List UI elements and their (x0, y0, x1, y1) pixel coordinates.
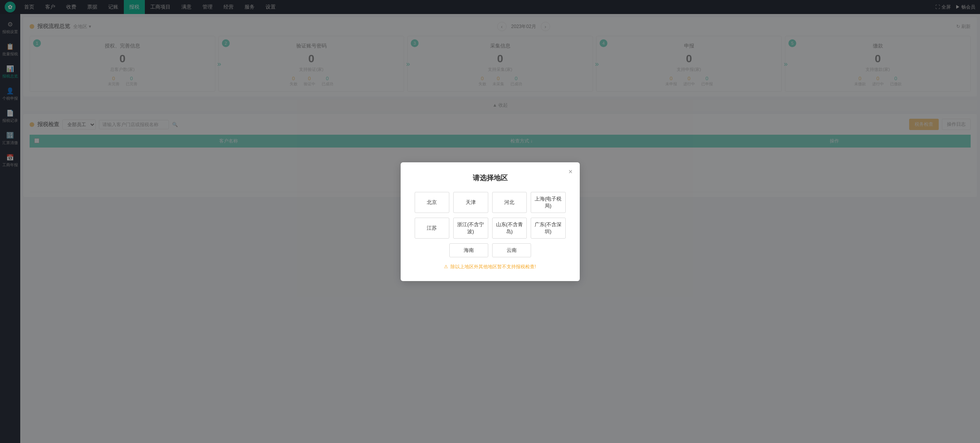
region-grid-3: 海南 云南 (415, 243, 566, 257)
region-hebei-btn[interactable]: 河北 (492, 192, 527, 213)
warning-text: 除以上地区外其他地区暂不支持报税检查! (450, 264, 536, 270)
region-grid-1: 北京 天津 河北 上海(电子税局) (415, 192, 566, 213)
modal-title: 请选择地区 (415, 173, 566, 183)
modal-warning: ⚠ 除以上地区外其他地区暂不支持报税检查! (415, 264, 566, 270)
region-beijing-btn[interactable]: 北京 (415, 192, 450, 213)
region-select-modal: × 请选择地区 北京 天津 河北 上海(电子税局) 江苏 浙江(不含宁波) 山东… (401, 162, 580, 281)
region-yunnan-btn[interactable]: 云南 (492, 243, 531, 257)
region-tianjin-btn[interactable]: 天津 (453, 192, 488, 213)
region-grid-2: 江苏 浙江(不含宁波) 山东(不含青岛) 广东(不含深圳) (415, 218, 566, 239)
region-hainan-btn[interactable]: 海南 (449, 243, 488, 257)
region-shandong-btn[interactable]: 山东(不含青岛) (492, 218, 527, 239)
warning-icon: ⚠ (444, 264, 448, 269)
region-zhejiang-btn[interactable]: 浙江(不含宁波) (453, 218, 488, 239)
modal-close-btn[interactable]: × (568, 168, 573, 176)
region-shanghai-btn[interactable]: 上海(电子税局) (531, 192, 566, 213)
region-guangdong-btn[interactable]: 广东(不含深圳) (531, 218, 566, 239)
modal-overlay[interactable]: × 请选择地区 北京 天津 河北 上海(电子税局) 江苏 浙江(不含宁波) 山东… (0, 0, 980, 443)
region-jiangsu-btn[interactable]: 江苏 (415, 218, 450, 239)
